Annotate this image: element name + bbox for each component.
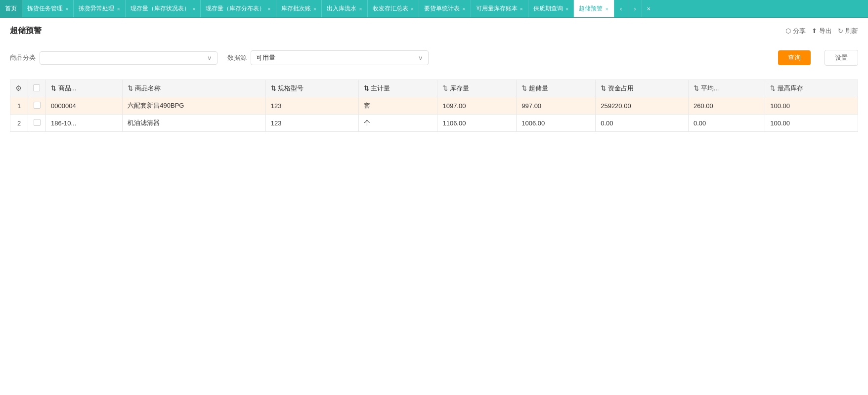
page-title: 超储预警: [10, 26, 42, 36]
datasource-select[interactable]: 可用量 ∨: [251, 50, 429, 65]
row-capital: 0.00: [596, 115, 689, 132]
row-stock: 1106.00: [437, 115, 517, 132]
settings-button[interactable]: 设置: [825, 50, 858, 66]
datasource-filter-group: 数据源 可用量 ∨: [227, 50, 429, 65]
nav-item-available[interactable]: 可用量库存账本 ×: [471, 0, 528, 18]
row-checkbox-cell: [28, 97, 46, 115]
row-stock: 1097.00: [437, 97, 517, 115]
nav-item-overstock[interactable]: 超储预警 ×: [574, 0, 613, 18]
datasource-label: 数据源: [227, 53, 247, 62]
row-avg: 0.00: [688, 115, 765, 132]
header-actions: ⬡ 分享 ⬆ 导出 ↻ 刷新: [785, 27, 858, 36]
share-icon: ⬡: [785, 27, 791, 35]
th-stock[interactable]: ⇅ 库存量: [437, 80, 517, 97]
share-button[interactable]: ⬡ 分享: [785, 27, 806, 36]
nav-next-button[interactable]: ›: [628, 0, 642, 18]
row-checkbox[interactable]: [34, 102, 41, 109]
export-button[interactable]: ⬆ 导出: [812, 27, 832, 36]
filter-area: 商品分类 ∨ 数据源 可用量 ∨ 查询 设置: [10, 44, 858, 72]
chevron-down-icon: ∨: [207, 54, 212, 62]
export-icon: ⬆: [812, 27, 817, 35]
row-spec: 123: [265, 115, 358, 132]
category-select[interactable]: ∨: [40, 51, 217, 65]
table-body: 1 0000004 六配套新昌490BPG 123 套 1097.00 997.…: [10, 97, 858, 132]
select-all-checkbox[interactable]: [33, 84, 40, 91]
row-product-code: 0000004: [46, 97, 123, 115]
category-label: 商品分类: [10, 53, 36, 62]
th-avg[interactable]: ⇅ 平均...: [688, 80, 765, 97]
nav-item-inout[interactable]: 出入库流水 ×: [322, 0, 367, 18]
th-spec[interactable]: ⇅ 规格型号: [265, 80, 358, 97]
row-num: 1: [10, 97, 28, 115]
th-overstock[interactable]: ⇅ 超储量: [517, 80, 596, 97]
filter-buttons: 查询: [778, 50, 811, 65]
close-icon[interactable]: ×: [359, 6, 362, 12]
row-unit: 个: [358, 115, 437, 132]
th-product-code[interactable]: ⇅ 商品...: [46, 80, 123, 97]
close-icon[interactable]: ×: [411, 6, 414, 12]
nav-item-order-stats[interactable]: 要货单统计表 ×: [419, 0, 471, 18]
page-content: 超储预警 ⬡ 分享 ⬆ 导出 ↻ 刷新 商品分类 ∨ 数据源: [0, 18, 868, 395]
row-max-stock: 100.00: [765, 97, 858, 115]
row-avg: 260.00: [688, 97, 765, 115]
nav-item-summary[interactable]: 收发存汇总表 ×: [368, 0, 419, 18]
close-icon[interactable]: ×: [192, 6, 195, 12]
row-product-name: 机油滤清器: [123, 115, 266, 132]
th-settings: ⚙: [10, 80, 28, 97]
row-product-name: 六配套新昌490BPG: [123, 97, 266, 115]
close-icon[interactable]: ×: [462, 6, 465, 12]
row-overstock: 997.00: [517, 97, 596, 115]
row-capital: 259220.00: [596, 97, 689, 115]
gear-icon[interactable]: ⚙: [15, 84, 22, 92]
refresh-button[interactable]: ↻ 刷新: [838, 27, 858, 36]
nav-item-inventory-dist[interactable]: 现存量（库存分布表） ×: [201, 0, 276, 18]
close-icon[interactable]: ×: [267, 6, 270, 12]
table-row: 2 186-10... 机油滤清器 123 个 1106.00 1006.00 …: [10, 115, 858, 132]
row-checkbox[interactable]: [34, 119, 41, 126]
close-icon[interactable]: ×: [117, 6, 120, 12]
row-num: 2: [10, 115, 28, 132]
nav-item-expiry[interactable]: 保质期查询 ×: [528, 0, 574, 18]
chevron-down-icon: ∨: [418, 54, 423, 62]
nav-prev-button[interactable]: ‹: [614, 0, 628, 18]
table-row: 1 0000004 六配套新昌490BPG 123 套 1097.00 997.…: [10, 97, 858, 115]
category-filter-group: 商品分类 ∨: [10, 51, 217, 65]
query-button[interactable]: 查询: [778, 50, 811, 65]
nav-close-button[interactable]: ×: [642, 0, 655, 18]
close-icon[interactable]: ×: [313, 6, 316, 12]
nav-item-inventory-status[interactable]: 现存量（库存状况表） ×: [126, 0, 201, 18]
datasource-value: 可用量: [256, 53, 275, 62]
data-table: ⚙ ⇅ 商品... ⇅ 商品名称 ⇅ 规格型号 ⇅ 主计量 ⇅: [10, 79, 858, 132]
close-icon[interactable]: ×: [520, 6, 523, 12]
row-product-code: 186-10...: [46, 115, 123, 132]
nav-item-task-mgmt[interactable]: 拣货任务管理 ×: [22, 0, 74, 18]
row-max-stock: 100.00: [765, 115, 858, 132]
th-product-name[interactable]: ⇅ 商品名称: [123, 80, 266, 97]
close-icon[interactable]: ×: [65, 6, 68, 12]
row-unit: 套: [358, 97, 437, 115]
close-icon[interactable]: ×: [605, 6, 608, 12]
th-max-stock[interactable]: ⇅ 最高库存: [765, 80, 858, 97]
nav-item-home[interactable]: 首页: [0, 0, 22, 18]
th-unit[interactable]: ⇅ 主计量: [358, 80, 437, 97]
nav-item-batch[interactable]: 库存批次账 ×: [276, 0, 322, 18]
page-header: 超储预警 ⬡ 分享 ⬆ 导出 ↻ 刷新: [10, 26, 858, 36]
row-overstock: 1006.00: [517, 115, 596, 132]
table-header-row: ⚙ ⇅ 商品... ⇅ 商品名称 ⇅ 规格型号 ⇅ 主计量 ⇅: [10, 80, 858, 97]
row-spec: 123: [265, 97, 358, 115]
row-checkbox-cell: [28, 115, 46, 132]
nav-bar: 首页 拣货任务管理 × 拣货异常处理 × 现存量（库存状况表） × 现存量（库存…: [0, 0, 868, 18]
th-capital[interactable]: ⇅ 资金占用: [596, 80, 689, 97]
close-icon[interactable]: ×: [565, 6, 568, 12]
th-checkbox: [28, 80, 46, 97]
refresh-icon: ↻: [838, 27, 843, 35]
nav-item-abnormal[interactable]: 拣货异常处理 ×: [74, 0, 125, 18]
